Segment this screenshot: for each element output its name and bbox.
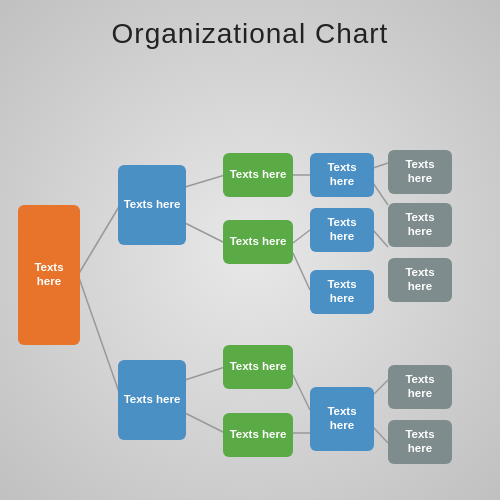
node-gr1b[interactable]: Texts here (388, 203, 452, 247)
svg-line-3 (185, 223, 225, 243)
node-b1b[interactable]: Texts here (310, 208, 374, 252)
node-gr1a[interactable]: Texts here (388, 150, 452, 194)
svg-line-1 (78, 275, 120, 395)
node-mid1[interactable]: Texts here (118, 165, 186, 245)
svg-line-14 (373, 427, 388, 443)
svg-line-13 (373, 380, 388, 395)
node-gr2b[interactable]: Texts here (388, 420, 452, 464)
svg-line-7 (293, 230, 310, 243)
svg-line-10 (373, 183, 388, 205)
svg-line-11 (373, 230, 388, 247)
node-g1b[interactable]: Texts here (223, 220, 293, 264)
svg-line-2 (185, 175, 225, 187)
node-mid2[interactable]: Texts here (118, 360, 186, 440)
org-wrapper: Texts here Texts here Texts here Texts h… (10, 75, 490, 485)
svg-line-5 (185, 413, 225, 433)
node-gr2a[interactable]: Texts here (388, 365, 452, 409)
node-b2a[interactable]: Texts here (310, 387, 374, 451)
svg-line-9 (373, 163, 388, 168)
node-g2b[interactable]: Texts here (223, 413, 293, 457)
chart-container: Organizational Chart (0, 0, 500, 500)
node-g2a[interactable]: Texts here (223, 345, 293, 389)
node-gr1c[interactable]: Texts here (388, 258, 452, 302)
node-b1a[interactable]: Texts here (310, 153, 374, 197)
chart-title: Organizational Chart (0, 0, 500, 50)
node-b1c[interactable]: Texts here (310, 270, 374, 314)
svg-line-4 (185, 367, 225, 380)
svg-line-8 (293, 253, 310, 290)
node-root[interactable]: Texts here (18, 205, 80, 345)
svg-line-0 (78, 205, 120, 275)
node-g1a[interactable]: Texts here (223, 153, 293, 197)
svg-line-12 (293, 375, 310, 410)
